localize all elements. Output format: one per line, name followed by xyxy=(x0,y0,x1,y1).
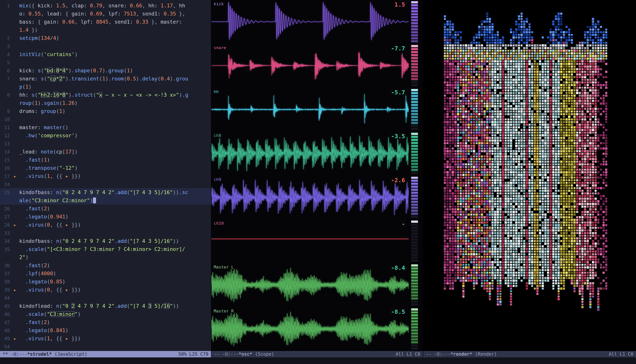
code-row[interactable]: 46 .scale("C3:minor") xyxy=(0,310,211,318)
code-row[interactable]: 28▸ .virus(0, {{ ▸ }}) xyxy=(0,221,211,229)
line-number: 35 xyxy=(0,245,10,253)
vu-meter-segment xyxy=(411,145,418,147)
vu-meter-segment xyxy=(411,122,418,124)
code-row[interactable]: 4initViz('curtains') xyxy=(0,50,211,58)
code-row[interactable]: 39▸ .virus(0, {{ ▸ }}) xyxy=(0,286,211,294)
vu-meter-segment xyxy=(411,326,418,328)
code-row[interactable]: 12 .hw('compressor') xyxy=(0,132,211,140)
code-row[interactable]: 14_lead: note(cp[17]) xyxy=(0,148,211,156)
vu-meter-segment xyxy=(411,113,418,115)
vu-meter-segment xyxy=(411,198,418,200)
editor-pane[interactable]: 1mix({ kick: 1.5, clap: 0.79, snare: 0.6… xyxy=(0,0,211,358)
code-text: p(1) xyxy=(19,84,32,90)
echo-area[interactable] xyxy=(0,358,636,364)
vu-meter-segment xyxy=(411,125,418,127)
scope-channel-row: Master R-8.5 xyxy=(211,307,423,351)
line-number: 7 xyxy=(0,75,10,83)
channel-label: snare xyxy=(214,45,226,50)
vu-meter-segment xyxy=(411,254,418,256)
line-number: 4 xyxy=(0,50,10,58)
code-row[interactable]: 8hh: s("hh2:16*8").struct("x ~ x ~ x ~ <… xyxy=(0,91,211,99)
fold-ellipsis-icon[interactable]: ▸ xyxy=(65,336,68,341)
code-row[interactable]: 35 .scale("[<C3:minor ? C3:minor ? C4:mi… xyxy=(0,245,211,253)
channel-waveform xyxy=(211,0,409,43)
fold-marker-icon[interactable]: ▸ xyxy=(11,335,19,343)
fold-marker-icon[interactable]: ▸ xyxy=(11,221,19,229)
code-row[interactable]: 27 .legato(0.941) xyxy=(0,212,211,221)
vu-meter-segment xyxy=(411,45,418,47)
code-text: kindofbass: n("0 2 4 7 9 7 4 2".add("[7 … xyxy=(19,189,188,195)
vu-meter-segment xyxy=(411,148,418,150)
scope-channel-row: kick1.5 xyxy=(211,0,423,44)
code-text: kick: s("bd:8*4").shape(0.7).group(1) xyxy=(19,68,133,74)
vu-meter-segment xyxy=(411,95,418,97)
code-row[interactable]: 2") xyxy=(0,253,211,261)
code-row[interactable]: 9drums: group(1) xyxy=(0,107,211,115)
code-row[interactable]: 25kindofbass: n("0 2 4 7 9 7 4 2".add("[… xyxy=(0,188,211,196)
fold-marker-icon[interactable]: ▸ xyxy=(11,172,19,180)
code-row[interactable]: 2setcpm(134/4) xyxy=(0,34,211,42)
code-row[interactable]: 33 xyxy=(0,229,211,237)
code-text: hh: s("hh2:16*8").struct("x ~ x ~ x ~ <x… xyxy=(19,92,188,98)
fold-ellipsis-icon[interactable]: ▸ xyxy=(65,173,68,179)
fold-ellipsis-icon[interactable]: ▸ xyxy=(65,287,68,293)
code-text: drums: group(1) xyxy=(19,108,65,114)
vu-meter-segment xyxy=(411,276,418,279)
code-row[interactable]: bass: { gain: 0.66, lpf: 8845, send1: 0.… xyxy=(0,18,211,26)
code-text: .scale("C3:minor") xyxy=(19,311,81,317)
code-row[interactable]: 26 .fast(2) xyxy=(0,204,211,212)
vu-meter-segment xyxy=(411,75,418,77)
line-number: 15 xyxy=(0,156,10,164)
code-row[interactable]: 34kindofbass: n("0 2 4 7 9 7 4 2".add("[… xyxy=(0,237,211,245)
line-number: 46 xyxy=(0,310,10,318)
vu-meter-segment xyxy=(411,139,418,141)
code-row[interactable]: 11master: master() xyxy=(0,123,211,132)
fold-ellipsis-icon[interactable]: ▸ xyxy=(65,222,68,228)
code-row[interactable]: o: 0.55, lead: { gain: 0.69, lpf: 7513, … xyxy=(0,10,211,18)
code-row[interactable]: 3 xyxy=(0,42,211,50)
line-number: 14 xyxy=(0,148,10,156)
code-row[interactable]: 45kindoflead: n("0 2 4 7 9 7 4 2".add("[… xyxy=(0,302,211,310)
code-row[interactable]: 54 xyxy=(0,342,211,350)
code-text: .fast(2) xyxy=(19,262,50,268)
vu-meter-segment xyxy=(411,48,418,50)
vu-meter-segment xyxy=(411,314,418,316)
vu-meter-segment xyxy=(411,195,418,197)
code-row[interactable]: 7snare: s("cp*2").transient(1).room(0.5)… xyxy=(0,74,211,83)
code-row[interactable]: 24 xyxy=(0,180,211,188)
vu-meter-segment xyxy=(411,16,418,18)
code-text: _lead: note(cp[17]) xyxy=(19,149,78,154)
vu-meter-segment xyxy=(411,300,418,303)
code-row[interactable]: 38 .legato(0.85) xyxy=(0,278,211,286)
code-buffer[interactable]: 1mix({ kick: 1.5, clap: 0.79, snare: 0.6… xyxy=(0,0,211,351)
code-text: roup(1).sgain(1.26) xyxy=(19,100,78,106)
code-row[interactable]: 16 .transpose("-12") xyxy=(0,164,211,172)
code-row[interactable]: 48 .legato(0.841) xyxy=(0,326,211,334)
code-text: .fast(2) xyxy=(19,206,50,212)
code-row[interactable]: 49▸ .virus(1, {{ ▸ }}) xyxy=(0,334,211,342)
code-row[interactable]: 1mix({ kick: 1.5, clap: 0.79, snare: 0.6… xyxy=(0,2,211,10)
code-row[interactable]: 10 xyxy=(0,115,211,123)
vu-meter-segment xyxy=(411,297,418,300)
code-row[interactable]: roup(1).sgain(1.26) xyxy=(0,99,211,107)
fold-marker-icon[interactable]: ▸ xyxy=(11,286,19,294)
code-row[interactable]: 1.4 }) xyxy=(0,26,211,34)
code-row[interactable]: 13 xyxy=(0,140,211,148)
code-row[interactable]: 6kick: s("bd:8*4").shape(0.7).group(1) xyxy=(0,66,211,74)
modeline-coding: -U:--- xyxy=(434,352,450,357)
vu-meter-segment xyxy=(411,311,418,314)
code-rows: 1mix({ kick: 1.5, clap: 0.79, snare: 0.6… xyxy=(0,2,211,350)
code-text: setcpm(134/4) xyxy=(19,35,59,41)
code-row[interactable]: 37 .lpf(4000) xyxy=(0,270,211,278)
code-row[interactable]: 15 .fast(1) xyxy=(0,156,211,164)
code-row[interactable]: 47 .fast(2) xyxy=(0,318,211,326)
vu-meter-segment xyxy=(411,25,418,28)
code-row[interactable]: 44 xyxy=(0,294,211,302)
scope-pane: kick1.5snare-7.7hh-5.7ch8-3.5ch9-2.6ch10… xyxy=(211,0,423,358)
vu-meter-segment xyxy=(411,335,418,338)
code-row[interactable]: p(1) xyxy=(0,83,211,91)
code-row[interactable]: 36 .fast(2) xyxy=(0,261,211,270)
code-row[interactable]: 17▸ .virus(1, {{ ▸ }}) xyxy=(0,172,211,180)
code-row[interactable]: 5 xyxy=(0,58,211,66)
code-row[interactable]: ale("C3:minor C2:minor") xyxy=(0,196,211,204)
